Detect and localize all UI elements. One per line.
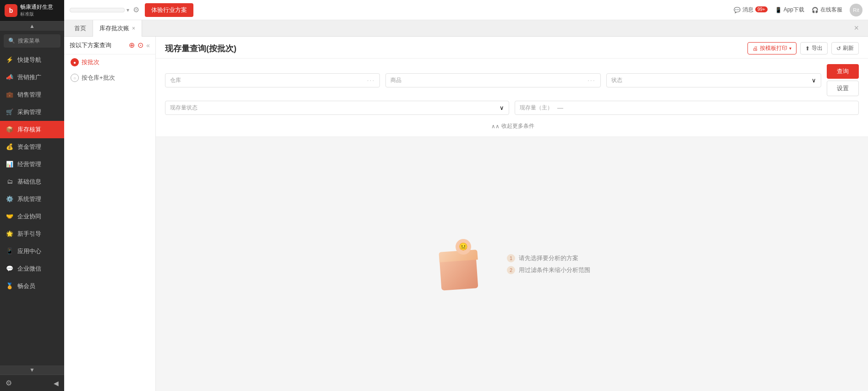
sidebar-item-quick-nav[interactable]: ⚡ 快捷导航: [0, 51, 64, 69]
warehouse-filter[interactable]: 仓库 ···: [165, 73, 380, 87]
stock-status-chevron-icon: ∨: [500, 104, 504, 111]
user-profile-button[interactable]: Rit: [850, 4, 863, 16]
sidebar-bottom: ⚙ ◀: [0, 375, 64, 391]
message-badge: 99+: [755, 6, 768, 12]
product-more-icon[interactable]: ···: [588, 76, 596, 84]
app-logo: b: [5, 4, 17, 17]
left-panel-title: 按以下方案查询: [70, 41, 111, 49]
sidebar-item-basics[interactable]: 🗂 基础信息: [0, 173, 64, 190]
settings-icon[interactable]: ⚙: [5, 379, 12, 387]
plan-dot-active: ●: [71, 58, 79, 66]
sidebar-item-app-center[interactable]: 📱 应用中心: [0, 243, 64, 260]
sidebar-item-member[interactable]: 🏅 畅会员: [0, 277, 64, 295]
message-button[interactable]: 💬 消息 99+: [734, 6, 768, 14]
sidebar-item-label: 库存核算: [17, 125, 41, 134]
headset-icon: 🎧: [812, 7, 819, 13]
marketing-icon: 📣: [5, 73, 14, 81]
refresh-button[interactable]: ↺ 刷新: [831, 42, 859, 54]
stock-status-label: 现存量状态: [170, 104, 198, 112]
tabs-bar: 首页 库存批次账 × ×: [64, 20, 868, 37]
tab-home[interactable]: 首页: [68, 20, 93, 37]
customer-service-label: 在线客服: [820, 6, 842, 14]
stock-qty-filter[interactable]: 现存量（主） —: [515, 101, 859, 115]
sidebar-item-enterprise[interactable]: 🤝 企业协同: [0, 208, 64, 225]
print-chevron-icon: ▾: [789, 46, 791, 51]
message-label: 消息: [742, 6, 753, 14]
avatar: Rit: [850, 4, 863, 16]
page-header-actions: 🖨 按模板打印 ▾ ⬆ 导出 ↺ 刷新: [747, 42, 859, 54]
customer-service-button[interactable]: 🎧 在线客服: [812, 6, 842, 14]
product-label: 商品: [390, 76, 401, 84]
sidebar-item-label: 营销推广: [17, 73, 41, 81]
collapse-up-icon: ∧∧: [491, 123, 500, 130]
topbar-right: 💬 消息 99+ 📱 App下载 🎧 在线客服 Rit: [734, 4, 863, 16]
printer-icon: 🖨: [753, 45, 758, 52]
plan-item-by-batch[interactable]: ● 按批次: [64, 54, 155, 70]
empty-illustration: 😐: [434, 239, 489, 289]
sidebar-item-newbie[interactable]: 🌟 新手引导: [0, 225, 64, 243]
message-icon: 💬: [734, 7, 741, 13]
empty-tips: 1 请先选择要分析的方案 2 用过滤条件来缩小分析范围: [507, 254, 590, 274]
status-chevron-icon: ∨: [812, 77, 816, 84]
sidebar-item-purchase[interactable]: 🛒 采购管理: [0, 103, 64, 121]
sidebar-search-label: 搜索菜单: [18, 37, 40, 45]
tab-close-icon[interactable]: ×: [132, 25, 135, 32]
gear-icon[interactable]: ⚙: [133, 5, 139, 14]
wechat-icon: 💬: [5, 265, 14, 273]
query-button[interactable]: 查询: [827, 64, 859, 79]
sidebar-scroll-up[interactable]: ▲: [0, 22, 64, 31]
app-title: 畅康通好生意: [20, 4, 53, 11]
sidebar-scroll-down[interactable]: ▼: [0, 365, 64, 375]
app-edition: 标准版: [20, 11, 53, 17]
refresh-icon: ↺: [836, 45, 841, 52]
stock-status-filter[interactable]: 现存量状态 ∨: [165, 101, 509, 115]
sidebar-item-label: 资金管理: [17, 143, 41, 151]
collapse-sidebar-icon[interactable]: ◀: [54, 380, 59, 387]
export-button[interactable]: ⬆ 导出: [800, 42, 828, 54]
sidebar-item-wechat[interactable]: 💬 企业微信: [0, 260, 64, 277]
tip-num-2: 2: [507, 266, 515, 274]
collapse-panel-icon[interactable]: «: [146, 42, 150, 49]
sidebar-item-label: 采购管理: [17, 108, 41, 116]
system-icon: ⚙️: [5, 195, 14, 203]
filter-settings-button[interactable]: 设置: [827, 81, 859, 96]
sidebar-item-inventory[interactable]: 📦 库存核算: [0, 121, 64, 138]
sidebar-item-finance[interactable]: 💰 资金管理: [0, 138, 64, 156]
topbar-search-box[interactable]: [70, 8, 125, 12]
collapse-conditions-button[interactable]: ∧∧ 收起更多条件: [165, 119, 859, 131]
plan-by-warehouse-batch-label: 按仓库+批次: [82, 74, 115, 82]
purchase-icon: 🛒: [5, 108, 14, 116]
sidebar-item-system[interactable]: ⚙️ 系统管理: [0, 190, 64, 208]
newbie-icon: 🌟: [5, 230, 14, 238]
empty-state: 😐 1 请先选择要分析的方案 2 用过滤条件来缩小分析范围: [156, 137, 868, 391]
page-title: 现存量查询(按批次): [165, 43, 236, 54]
app-download-button[interactable]: 📱 App下载: [775, 6, 804, 14]
sidebar-item-sales[interactable]: 💼 销售管理: [0, 86, 64, 103]
sales-icon: 💼: [5, 91, 14, 99]
export-icon: ⬆: [805, 45, 810, 52]
close-panel-icon[interactable]: ×: [848, 23, 864, 33]
print-button[interactable]: 🖨 按模板打印 ▾: [747, 42, 797, 54]
product-filter[interactable]: 商品 ···: [385, 73, 600, 87]
sidebar-item-label: 经营管理: [17, 160, 41, 168]
tip-num-1: 1: [507, 254, 515, 262]
settings-plan-icon[interactable]: ⊙: [137, 42, 143, 49]
operations-icon: 📊: [5, 160, 14, 168]
sidebar-search[interactable]: 🔍 搜索菜单: [4, 34, 60, 48]
page-header: 现存量查询(按批次) 🖨 按模板打印 ▾ ⬆ 导出 ↺ 刷新: [156, 37, 868, 59]
sidebar-item-label: 应用中心: [17, 247, 41, 255]
trial-button[interactable]: 体验行业方案: [145, 3, 193, 17]
plan-item-by-warehouse-batch[interactable]: ○ 按仓库+批次: [64, 70, 155, 86]
topbar: ▾ ⚙ 体验行业方案 💬 消息 99+ 📱 App下载 🎧 在线客服 Rit: [64, 0, 868, 20]
left-panel-actions: ⊕ ⊙ «: [129, 42, 150, 49]
tab-home-label: 首页: [74, 24, 86, 33]
add-plan-icon[interactable]: ⊕: [129, 42, 135, 49]
main-area: ▾ ⚙ 体验行业方案 💬 消息 99+ 📱 App下载 🎧 在线客服 Rit: [64, 0, 868, 391]
status-filter[interactable]: 状态 ∨: [606, 73, 821, 87]
tab-batch-ledger[interactable]: 库存批次账 ×: [93, 20, 142, 37]
warehouse-more-icon[interactable]: ···: [367, 76, 375, 84]
sidebar-item-operations[interactable]: 📊 经营管理: [0, 156, 64, 173]
chevron-down-icon[interactable]: ▾: [126, 7, 129, 13]
warehouse-label: 仓库: [170, 76, 181, 84]
sidebar-item-marketing[interactable]: 📣 营销推广: [0, 69, 64, 86]
